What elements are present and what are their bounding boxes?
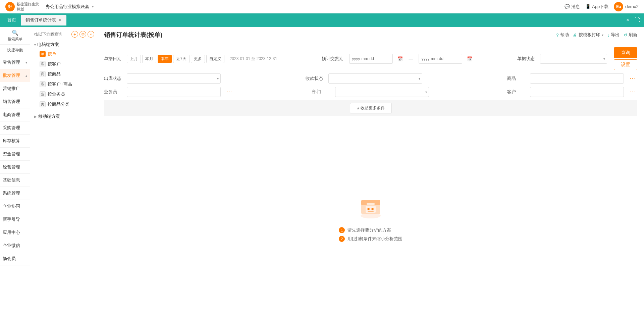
collapse-row: ∧ 收起更多条件: [104, 100, 637, 116]
dept-select[interactable]: [335, 87, 429, 97]
svg-rect-3: [367, 203, 375, 205]
date-btn-custom[interactable]: 自定义: [206, 55, 224, 63]
goods-input[interactable]: [530, 73, 624, 84]
sidebar-item-newbie[interactable]: 新手引导: [0, 213, 30, 226]
sidebar-item-enterprise[interactable]: 企业协同: [0, 200, 30, 213]
settings-scheme-btn[interactable]: ⚙: [79, 31, 86, 38]
app-download-btn[interactable]: 📱 App下载: [585, 4, 608, 10]
receive-status-select[interactable]: [328, 73, 422, 84]
empty-state-tips: 1 请先选择要分析的方案 2 用[过滤]条件来缩小分析范围: [339, 227, 402, 242]
tab-sales-order[interactable]: 销售订单统计表 ×: [21, 15, 66, 25]
logo-area: 好 畅捷通好生意 标版: [5, 2, 39, 11]
status-label: 单据状态: [517, 56, 536, 62]
tab-bar-right: × ⛶: [625, 16, 641, 24]
top-bar-left: 好 畅捷通好生意 标版 办公用品行业模拟账套 ▾: [5, 2, 94, 11]
sidebar-item-inventory[interactable]: 库存核算: [0, 135, 30, 148]
scheme-item-by-goods[interactable]: 商 按商品: [30, 69, 97, 79]
customer-input[interactable]: [530, 87, 624, 97]
scheme-icon-customer-goods: 客: [40, 81, 46, 87]
refresh-btn[interactable]: ↺ 刷新: [624, 32, 637, 38]
top-bar: 好 畅捷通好生意 标版 办公用品行业模拟账套 ▾ 💬 消息 📱 App下载 Ea…: [0, 0, 644, 13]
template-print-btn[interactable]: 🖨 按模板打印 ▾: [573, 32, 603, 38]
sidebar-item-marketing[interactable]: 营销推广: [0, 82, 30, 95]
avatar: Ea: [614, 2, 623, 11]
add-scheme-btn[interactable]: +: [71, 31, 78, 38]
collapse-panel-btn[interactable]: «: [88, 31, 94, 38]
goods-label: 商品: [507, 75, 526, 82]
scheme-item-by-order[interactable]: 单 按单: [30, 49, 97, 59]
top-bar-right: 💬 消息 📱 App下载 Ea demo2: [565, 2, 639, 11]
export-icon: ↓: [607, 33, 610, 38]
scheme-item-by-category[interactable]: 类 按商品分类: [30, 99, 97, 109]
goods-dots-btn[interactable]: ···: [628, 75, 637, 82]
main-layout: 🔍 搜索菜单 快捷导航 零售管理 ▾ 批发管理 ▴ 营销推广 销售管理 电商管理…: [0, 27, 644, 310]
message-btn[interactable]: 💬 消息: [565, 4, 580, 10]
svg-rect-9: [368, 211, 374, 212]
sidebar-item-retail[interactable]: 零售管理 ▾: [0, 56, 30, 69]
print-dropdown-icon: ▾: [602, 33, 603, 37]
sidebar-item-operation[interactable]: 经营管理: [0, 161, 30, 174]
date-btn-this-month[interactable]: 本月: [142, 55, 156, 63]
tab-home[interactable]: 首页: [3, 15, 21, 25]
filter-row-2: 出库状态 ▾ 收款状态 ▾: [104, 73, 637, 84]
sidebar-item-wholesale[interactable]: 批发管理 ▴: [0, 69, 30, 82]
sidebar-item-basic[interactable]: 基础信息: [0, 174, 30, 187]
date-btn-7days[interactable]: 近7天: [173, 55, 190, 63]
status-select[interactable]: [540, 54, 607, 64]
left-panel-actions: + ⚙ «: [71, 31, 94, 38]
sidebar-item-appcenter[interactable]: 应用中心: [0, 226, 30, 239]
empty-state: 1 请先选择要分析的方案 2 用[过滤]条件来缩小分析范围: [97, 120, 644, 310]
refresh-icon: ↺: [624, 33, 627, 38]
scheme-item-by-staff[interactable]: 业 按业务员: [30, 89, 97, 99]
sidebar-search[interactable]: 🔍 搜索菜单: [0, 27, 30, 45]
window-expand-btn[interactable]: ⛶: [633, 16, 641, 24]
left-panel-header: 按以下方案查询 + ⚙ «: [30, 30, 97, 39]
right-panel: 销售订单统计表(按单) ? 帮助 🖨 按模板打印 ▾ ↓: [97, 27, 644, 310]
chevron-down-icon: ▾: [34, 43, 36, 47]
pc-scheme-group-header[interactable]: ▾ 电脑端方案: [30, 40, 97, 49]
predicted-date-end[interactable]: [419, 54, 462, 64]
staff-dots-btn[interactable]: ···: [225, 88, 234, 96]
dept-label: 部门: [312, 89, 331, 95]
sidebar-item-sales[interactable]: 销售管理: [0, 95, 30, 108]
customer-dots-btn[interactable]: ···: [628, 88, 637, 96]
sidebar-item-ecommerce[interactable]: 电商管理: [0, 108, 30, 121]
scheme-icon-customer: 客: [40, 61, 46, 67]
date-btn-last-month[interactable]: 上月: [127, 55, 141, 63]
svg-point-8: [372, 208, 373, 210]
predicted-date-start[interactable]: [349, 54, 393, 64]
date-btn-more[interactable]: 更多: [191, 55, 205, 63]
collapse-up-icon: ∧: [357, 106, 359, 110]
message-icon: 💬: [565, 4, 570, 9]
out-status-select[interactable]: [127, 73, 221, 84]
query-button[interactable]: 查询: [614, 47, 637, 58]
app-title: 办公用品行业模拟账套: [46, 4, 89, 10]
page-header-top: 销售订单统计表(按单) ? 帮助 🖨 按模板打印 ▾ ↓: [104, 31, 637, 39]
export-btn[interactable]: ↓ 导出: [607, 32, 620, 38]
mobile-scheme-group: ▶ 移动端方案: [30, 111, 97, 122]
sidebar-item-finance[interactable]: 资金管理: [0, 148, 30, 161]
date-btn-this-year[interactable]: 本年: [158, 55, 172, 63]
scheme-item-by-customer[interactable]: 客 按客户: [30, 59, 97, 69]
empty-tip-2: 2 用[过滤]条件来缩小分析范围: [339, 236, 402, 242]
sidebar-shortcut[interactable]: 快捷导航: [0, 45, 30, 56]
help-btn[interactable]: ? 帮助: [556, 32, 569, 38]
user-area[interactable]: Ea demo2: [614, 2, 639, 11]
settings-button[interactable]: 设置: [614, 59, 637, 70]
sidebar-item-purchase[interactable]: 采购管理: [0, 121, 30, 135]
page-actions: ? 帮助 🖨 按模板打印 ▾ ↓ 导出 ↺: [556, 32, 637, 38]
collapse-btn[interactable]: ∧ 收起更多条件: [350, 103, 392, 113]
sidebar-item-wechat[interactable]: 企业微信: [0, 239, 30, 252]
window-close-btn[interactable]: ×: [625, 16, 631, 24]
svg-rect-4: [366, 206, 376, 213]
sidebar-item-system[interactable]: 系统管理: [0, 187, 30, 200]
staff-input[interactable]: [127, 87, 221, 97]
sidebar-item-member[interactable]: 畅会员: [0, 252, 30, 265]
mobile-scheme-group-header[interactable]: ▶ 移动端方案: [30, 112, 97, 121]
scheme-icon-staff: 业: [40, 91, 46, 97]
help-icon: ?: [556, 33, 558, 38]
scheme-item-by-customer-goods[interactable]: 客 按客户+商品: [30, 79, 97, 89]
title-dropdown-icon[interactable]: ▾: [92, 4, 94, 9]
tab-close-btn[interactable]: ×: [58, 17, 62, 23]
btn-group-right: 查询 设置: [614, 47, 637, 70]
